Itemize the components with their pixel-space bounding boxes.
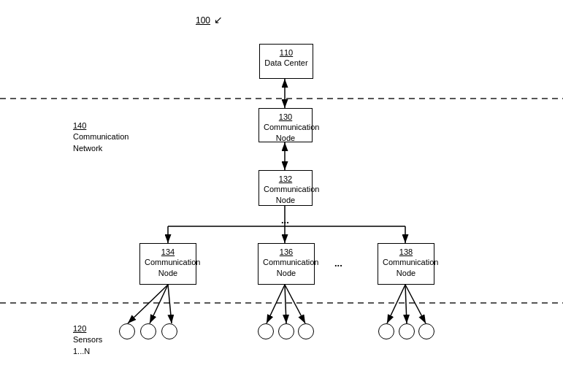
svg-line-11 bbox=[128, 285, 168, 323]
svg-line-18 bbox=[405, 285, 407, 323]
sensor-136-1 bbox=[258, 323, 274, 339]
node-138-box: 138 Communication Node bbox=[378, 243, 434, 285]
sensor-138-1 bbox=[378, 323, 394, 339]
ellipsis-top: ... bbox=[281, 214, 289, 227]
ellipsis-bottom: ... bbox=[334, 257, 342, 270]
svg-line-13 bbox=[168, 285, 172, 323]
svg-line-12 bbox=[150, 285, 168, 323]
svg-line-16 bbox=[285, 285, 305, 323]
sensor-136-3 bbox=[298, 323, 314, 339]
svg-line-15 bbox=[285, 285, 286, 323]
sensor-136-2 bbox=[278, 323, 294, 339]
network-label: 140 Communication Network bbox=[73, 120, 129, 154]
sensor-138-2 bbox=[399, 323, 415, 339]
diagram: 100 ↙ 110 Data Center 140 Communication … bbox=[0, 0, 563, 392]
svg-line-19 bbox=[405, 285, 426, 323]
svg-line-17 bbox=[387, 285, 405, 323]
sensors-label: 120 Sensors 1...N bbox=[73, 323, 102, 357]
data-center-box: 110 Data Center bbox=[259, 44, 313, 79]
sensor-138-3 bbox=[418, 323, 434, 339]
node-134-box: 134 Communication Node bbox=[139, 243, 196, 285]
sensor-134-3 bbox=[161, 323, 177, 339]
node-136-box: 136 Communication Node bbox=[258, 243, 315, 285]
sensor-134-1 bbox=[119, 323, 135, 339]
svg-line-14 bbox=[267, 285, 285, 323]
sensor-134-2 bbox=[140, 323, 156, 339]
diagram-number-label: 100 ↙ bbox=[196, 13, 223, 28]
node-130-box: 130 Communication Node bbox=[258, 108, 313, 142]
node-132-box: 132 Communication Node bbox=[258, 170, 313, 206]
